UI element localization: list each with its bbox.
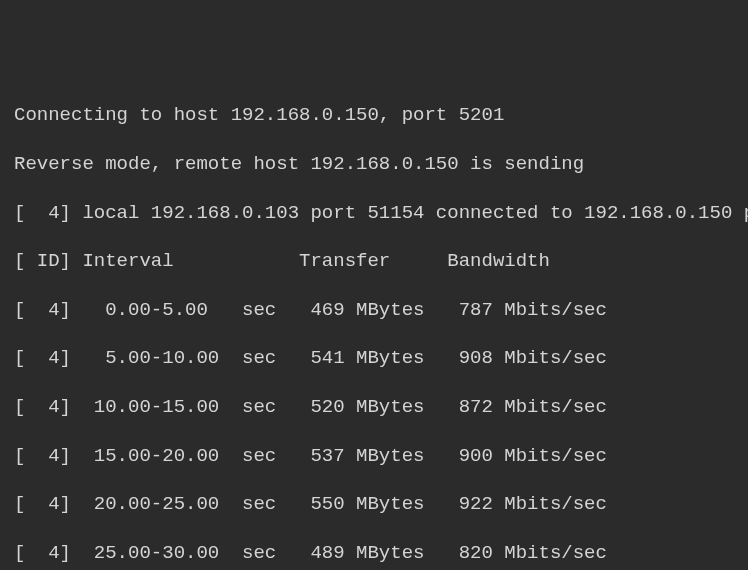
interval-row: [ 4] 20.00-25.00 sec 550 MBytes 922 Mbit… bbox=[14, 492, 734, 516]
interval-row: [ 4] 15.00-20.00 sec 537 MBytes 900 Mbit… bbox=[14, 444, 734, 468]
interval-row: [ 4] 25.00-30.00 sec 489 MBytes 820 Mbit… bbox=[14, 541, 734, 565]
column-header-line: [ ID] Interval Transfer Bandwidth bbox=[14, 249, 734, 273]
connecting-line: Connecting to host 192.168.0.150, port 5… bbox=[14, 103, 734, 127]
interval-row: [ 4] 10.00-15.00 sec 520 MBytes 872 Mbit… bbox=[14, 395, 734, 419]
interval-row: [ 4] 0.00-5.00 sec 469 MBytes 787 Mbits/… bbox=[14, 298, 734, 322]
mode-line: Reverse mode, remote host 192.168.0.150 … bbox=[14, 152, 734, 176]
local-connection-line: [ 4] local 192.168.0.103 port 51154 conn… bbox=[14, 201, 734, 225]
interval-row: [ 4] 5.00-10.00 sec 541 MBytes 908 Mbits… bbox=[14, 346, 734, 370]
